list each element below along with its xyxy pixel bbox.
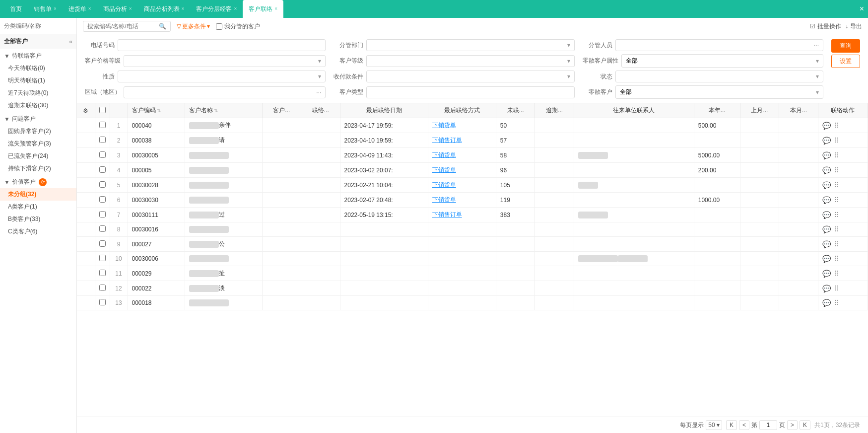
first-page-button[interactable]: K [726, 420, 737, 430]
sidebar-item-today-contact[interactable]: 今天待联络(0) [0, 62, 76, 74]
row-checkbox[interactable] [99, 211, 106, 217]
my-customers-check[interactable] [216, 23, 222, 30]
contact-way-link[interactable]: 下销货单 [432, 166, 456, 173]
contact-way-link[interactable]: 下销货单 [432, 122, 456, 129]
checkbox-cell[interactable] [95, 252, 110, 266]
chat-icon[interactable]: 💬 [822, 255, 831, 263]
close-icon[interactable]: × [54, 0, 57, 18]
my-customers-checkbox[interactable]: 我分管的客户 [216, 22, 260, 31]
grid-icon[interactable]: ⠿ [834, 225, 839, 233]
checkbox-cell[interactable] [95, 222, 110, 237]
row-checkbox[interactable] [99, 151, 106, 158]
grid-icon[interactable]: ⠿ [834, 299, 839, 307]
contact-way-link[interactable]: 下销货单 [432, 181, 456, 188]
tab-sales[interactable]: 销售单 × [28, 0, 63, 18]
checkbox-cell[interactable] [95, 193, 110, 208]
checkbox-cell[interactable] [95, 148, 110, 163]
close-icon[interactable]: × [129, 0, 132, 18]
sidebar-item-churned[interactable]: 已流失客户(24) [0, 150, 76, 162]
select-all-checkbox[interactable] [99, 107, 106, 113]
close-icon[interactable]: × [274, 0, 277, 18]
retail-attr-select[interactable]: 全部 ▾ [621, 54, 823, 68]
tab-purchase[interactable]: 进货单 × [63, 0, 97, 18]
last-month-header[interactable]: 上月... [740, 103, 779, 118]
row-checkbox[interactable] [99, 255, 106, 261]
phone-input[interactable] [118, 39, 326, 51]
row-checkbox[interactable] [99, 240, 106, 247]
unit-contact-header[interactable]: 往来单位联系人 [574, 103, 694, 118]
export-button[interactable]: ↓ 导出 [845, 22, 862, 31]
row-checkbox[interactable] [99, 122, 106, 128]
more-conditions-button[interactable]: ▽ 更多条件 ▾ [177, 22, 210, 31]
page-number-input[interactable] [759, 420, 777, 430]
grid-icon[interactable]: ⠿ [834, 122, 839, 130]
sidebar-item-class-a[interactable]: A类客户(1) [0, 201, 76, 213]
chat-icon[interactable]: 💬 [822, 299, 831, 307]
this-year-header[interactable]: 本年... [694, 103, 740, 118]
batch-op-button[interactable]: ☑ 批量操作 [810, 22, 841, 31]
sidebar-search-bar[interactable]: 🔍 [0, 18, 76, 34]
prev-page-button[interactable]: < [739, 420, 749, 430]
last-contact-way-header[interactable]: 最后联络方式 [428, 103, 496, 118]
sidebar-item-class-b[interactable]: B类客户(33) [0, 213, 76, 225]
grid-icon[interactable]: ⠿ [834, 166, 839, 174]
row-checkbox[interactable] [99, 285, 106, 291]
grid-icon[interactable]: ⠿ [834, 255, 839, 263]
row-checkbox[interactable] [99, 181, 106, 188]
grid-icon[interactable]: ⠿ [834, 181, 839, 189]
grid-icon[interactable]: ⠿ [834, 285, 839, 292]
row-checkbox[interactable] [99, 225, 106, 232]
checkbox-cell[interactable] [95, 281, 110, 296]
row-checkbox[interactable] [99, 166, 106, 173]
settings-column-header[interactable]: ⚙ [77, 103, 95, 118]
sidebar-item-churn-warning[interactable]: 流失预警客户(3) [0, 138, 76, 150]
close-icon[interactable]: × [234, 0, 237, 18]
all-customers-header[interactable]: 全部客户 « [0, 34, 76, 49]
manager-dotdot[interactable]: ··· [814, 42, 819, 49]
sidebar-search-input[interactable] [4, 22, 77, 29]
dept-select[interactable]: ▾ [366, 39, 574, 51]
chat-icon[interactable]: 💬 [822, 166, 831, 174]
tab-customer-segment[interactable]: 客户分层经客 × [190, 0, 243, 18]
code-column-header[interactable]: 客户编码 ⇅ [128, 103, 185, 118]
not-contacted-header[interactable]: 未联... [496, 103, 535, 118]
chat-icon[interactable]: 💬 [822, 240, 831, 248]
close-icon[interactable]: × [182, 0, 185, 18]
main-search-box[interactable]: 🔍 [83, 21, 171, 32]
chat-icon[interactable]: 💬 [822, 196, 831, 204]
sidebar-item-tomorrow-contact[interactable]: 明天待联络(1) [0, 74, 76, 87]
chat-icon[interactable]: 💬 [822, 285, 831, 292]
search-icon[interactable]: 🔍 [159, 23, 166, 30]
checkbox-cell[interactable] [95, 296, 110, 310]
per-page-dropdown[interactable]: 50 ▾ [706, 420, 722, 430]
checkbox-cell[interactable] [95, 237, 110, 252]
sidebar-item-abnormal[interactable]: 固购异常客户(2) [0, 125, 76, 138]
checkbox-cell[interactable] [95, 178, 110, 193]
close-window-icon[interactable]: × [860, 4, 864, 13]
grid-icon[interactable]: ⠿ [834, 270, 839, 278]
tab-home[interactable]: 首页 [4, 0, 28, 18]
tab-customer-contact[interactable]: 客户联络 × [243, 0, 283, 18]
row-checkbox[interactable] [99, 196, 106, 203]
query-button[interactable]: 查询 [831, 39, 860, 53]
type-column-header[interactable]: 客户... [262, 103, 301, 118]
region-dotdot[interactable]: ··· [316, 89, 321, 96]
main-search-input[interactable] [87, 23, 157, 30]
sidebar-item-class-c[interactable]: C类客户(6) [0, 225, 76, 238]
chat-icon[interactable]: 💬 [822, 151, 831, 159]
checkbox-cell[interactable] [95, 133, 110, 148]
collapse-icon[interactable]: « [69, 38, 72, 45]
next-page-button[interactable]: > [787, 420, 798, 430]
pending-contact-group[interactable]: ▼ 待联络客户 [0, 49, 76, 62]
contact-way-link[interactable]: 下销售订单 [432, 211, 462, 218]
grid-icon[interactable]: ⠿ [834, 151, 839, 159]
chat-icon[interactable]: 💬 [822, 137, 831, 144]
sidebar-item-7days-contact[interactable]: 近7天待联络(0) [0, 87, 76, 99]
checkbox-cell[interactable] [95, 266, 110, 281]
last-page-button[interactable]: K [800, 420, 810, 430]
this-month-header[interactable]: 本月... [779, 103, 818, 118]
nature-select[interactable]: ▾ [118, 71, 326, 82]
tab-product-analysis-list[interactable]: 商品分析列表 × [138, 0, 191, 18]
price-grade-select[interactable]: ▾ [124, 55, 326, 67]
row-checkbox[interactable] [99, 299, 106, 305]
